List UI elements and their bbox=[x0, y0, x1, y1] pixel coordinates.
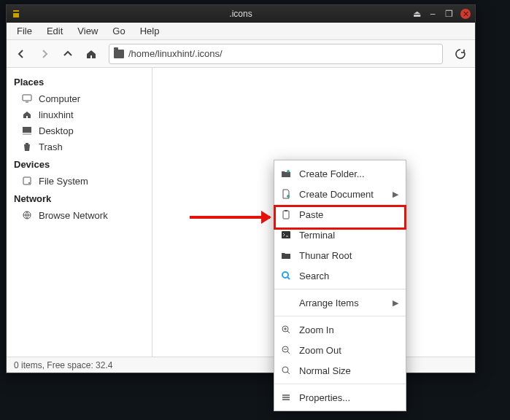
ctx-separator bbox=[274, 316, 406, 316]
svg-rect-8 bbox=[282, 231, 290, 238]
ctx-arrange-items[interactable]: Arrange Items ▶ bbox=[274, 292, 406, 313]
document-plus-icon bbox=[280, 188, 292, 200]
sidebar-item-label: Desktop bbox=[39, 125, 74, 136]
sidebar-item-desktop[interactable]: Desktop bbox=[7, 122, 152, 139]
ctx-create-folder[interactable]: Create Folder... bbox=[274, 163, 406, 184]
ctx-separator bbox=[274, 289, 406, 289]
arrow-right-icon bbox=[39, 48, 50, 60]
sidebar-header-devices: Devices bbox=[7, 155, 152, 173]
home-button[interactable] bbox=[81, 44, 101, 64]
ctx-label: Create Folder... bbox=[299, 168, 365, 179]
folder-plus-icon bbox=[280, 168, 292, 179]
ctx-label: Thunar Root bbox=[299, 250, 352, 261]
menubar: File Edit View Go Help bbox=[7, 23, 475, 40]
sidebar-item-computer[interactable]: Computer bbox=[7, 90, 152, 106]
sidebar-header-network: Network bbox=[7, 189, 152, 207]
arrow-up-icon bbox=[62, 48, 74, 60]
clipboard-icon bbox=[280, 209, 292, 220]
svg-point-12 bbox=[282, 367, 288, 373]
sidebar-item-filesystem[interactable]: File System bbox=[7, 173, 152, 189]
ctx-label: Normal Size bbox=[299, 365, 351, 376]
sidebar: Places Computer linuxhint Desktop Trash … bbox=[7, 68, 152, 357]
search-icon bbox=[280, 270, 292, 281]
parent-button[interactable] bbox=[58, 44, 78, 64]
app-icon bbox=[11, 9, 21, 19]
zoom-reset-icon bbox=[280, 365, 292, 376]
monitor-icon bbox=[21, 93, 33, 104]
ctx-zoom-in[interactable]: Zoom In bbox=[274, 319, 406, 340]
sidebar-item-label: Browse Network bbox=[39, 210, 108, 221]
disk-icon bbox=[21, 175, 33, 187]
svg-rect-6 bbox=[283, 211, 289, 219]
arrow-left-icon bbox=[15, 48, 27, 60]
ctx-terminal[interactable]: Terminal bbox=[274, 225, 406, 245]
location-bar[interactable]: /home/linuxhint/.icons/ bbox=[109, 44, 443, 64]
annotation-arrow bbox=[190, 216, 270, 219]
svg-rect-1 bbox=[23, 127, 31, 133]
ctx-label: Zoom In bbox=[299, 324, 334, 335]
toolbar: /home/linuxhint/.icons/ bbox=[7, 40, 475, 68]
desktop-icon bbox=[21, 125, 33, 136]
ctx-label: Zoom Out bbox=[299, 345, 341, 356]
reload-button[interactable] bbox=[450, 44, 471, 64]
ctx-separator bbox=[274, 384, 406, 384]
maximize-button[interactable]: ❐ bbox=[444, 9, 453, 18]
ctx-zoom-out[interactable]: Zoom Out bbox=[274, 340, 406, 360]
svg-point-9 bbox=[282, 272, 288, 278]
zoom-in-icon bbox=[280, 324, 292, 335]
svg-point-4 bbox=[28, 182, 30, 184]
minimize-button[interactable]: – bbox=[428, 9, 437, 18]
ctx-paste[interactable]: Paste bbox=[274, 204, 406, 225]
svg-rect-2 bbox=[23, 133, 31, 135]
globe-icon bbox=[21, 209, 33, 221]
blank-icon bbox=[280, 297, 292, 308]
forward-button[interactable] bbox=[34, 44, 55, 64]
desktop-wallpaper-accent bbox=[312, 413, 510, 420]
sidebar-item-home[interactable]: linuxhint bbox=[7, 106, 152, 122]
ctx-label: Create Document bbox=[299, 189, 374, 200]
sidebar-header-places: Places bbox=[7, 72, 152, 90]
menu-view[interactable]: View bbox=[72, 24, 104, 38]
sidebar-item-label: File System bbox=[39, 176, 88, 187]
home-icon bbox=[85, 48, 97, 60]
svg-rect-7 bbox=[285, 210, 287, 211]
location-path: /home/linuxhint/.icons/ bbox=[128, 48, 223, 59]
status-text: 0 items, Free space: 32.4 bbox=[14, 360, 112, 370]
ctx-create-document[interactable]: Create Document ▶ bbox=[274, 184, 406, 204]
zoom-out-icon bbox=[280, 344, 292, 356]
ctx-properties[interactable]: Properties... bbox=[274, 387, 406, 408]
trash-icon bbox=[21, 141, 33, 152]
folder-icon bbox=[280, 249, 292, 261]
window-title: .icons bbox=[229, 9, 252, 19]
ctx-label: Paste bbox=[299, 209, 323, 220]
reload-icon bbox=[454, 47, 467, 61]
menu-file[interactable]: File bbox=[11, 24, 38, 38]
ctx-thunar-root[interactable]: Thunar Root bbox=[274, 245, 406, 265]
context-menu: Create Folder... Create Document ▶ Paste… bbox=[274, 160, 406, 411]
folder-icon bbox=[114, 50, 124, 58]
ctx-label: Arrange Items bbox=[299, 298, 359, 308]
svg-rect-0 bbox=[23, 95, 31, 101]
sidebar-item-label: linuxhint bbox=[39, 109, 74, 120]
eject-button[interactable]: ⏏ bbox=[412, 9, 421, 18]
terminal-icon bbox=[280, 229, 292, 241]
ctx-label: Properties... bbox=[299, 392, 350, 403]
submenu-arrow-icon: ▶ bbox=[393, 190, 398, 199]
sidebar-item-label: Computer bbox=[39, 93, 80, 104]
ctx-label: Terminal bbox=[299, 230, 335, 241]
menu-help[interactable]: Help bbox=[134, 24, 166, 38]
sidebar-item-label: Trash bbox=[39, 141, 63, 152]
home-icon bbox=[21, 109, 33, 120]
ctx-search[interactable]: Search bbox=[274, 265, 406, 286]
menu-go[interactable]: Go bbox=[107, 24, 131, 38]
menu-edit[interactable]: Edit bbox=[41, 24, 69, 38]
ctx-normal-size[interactable]: Normal Size bbox=[274, 360, 406, 381]
back-button[interactable] bbox=[11, 44, 31, 64]
sidebar-item-trash[interactable]: Trash bbox=[7, 139, 152, 155]
sidebar-item-browse-network[interactable]: Browse Network bbox=[7, 207, 152, 223]
titlebar[interactable]: .icons ⏏ – ❐ ✕ bbox=[7, 5, 475, 23]
close-button[interactable]: ✕ bbox=[460, 9, 471, 19]
properties-icon bbox=[280, 392, 292, 403]
submenu-arrow-icon: ▶ bbox=[393, 298, 398, 308]
ctx-label: Search bbox=[299, 271, 329, 281]
